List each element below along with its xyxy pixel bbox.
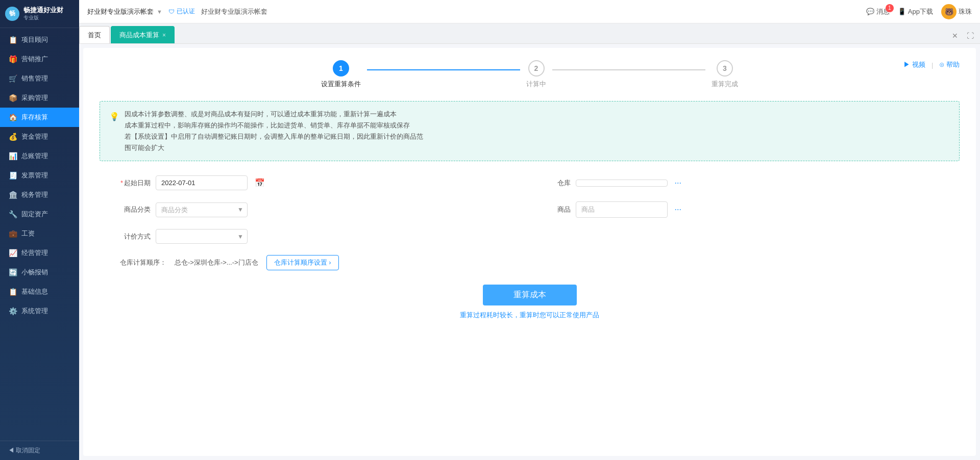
project-icon: 📋 xyxy=(8,35,17,44)
sidebar-app-name: 畅捷通好业财 xyxy=(23,6,63,14)
product-picker-button[interactable]: ··· xyxy=(673,203,683,216)
tab-cost-recalc-label: 商品成本重算 xyxy=(119,31,159,40)
tab-close-icon[interactable]: × xyxy=(162,32,166,39)
step-1: 1 设置重算条件 xyxy=(321,60,361,89)
sidebar-edition: 专业版 xyxy=(23,14,63,21)
step-1-circle: 1 xyxy=(333,60,349,76)
required-mark: * xyxy=(120,179,123,187)
accounting-icon: 📊 xyxy=(8,151,17,161)
help-link[interactable]: ⊙ 帮助 xyxy=(939,60,960,69)
step-1-label: 设置重算条件 xyxy=(321,80,361,89)
sidebar-item-accounting[interactable]: 📊 总账管理 xyxy=(0,146,79,166)
info-text: 因成本计算参数调整、或是对商品成本有疑问时，可以通过成本重算功能，重新计算一遍成… xyxy=(125,109,423,154)
sidebar-item-basic[interactable]: 📋 基础信息 xyxy=(0,282,79,301)
info-icon: 💡 xyxy=(109,110,119,154)
calendar-icon[interactable]: 📅 xyxy=(255,178,265,188)
sidebar-item-management[interactable]: 📈 经营管理 xyxy=(0,243,79,263)
verified-label: 已认证 xyxy=(177,7,195,16)
sidebar-item-label-expense: 小畅报销 xyxy=(21,268,48,277)
submit-area: 重算成本 重算过程耗时较长，重算时您可以正常使用产品 xyxy=(100,285,960,320)
tax-icon: 🏛️ xyxy=(8,190,17,199)
form-row-1: *起始日期 📅 仓库 ··· xyxy=(120,175,939,190)
user-name: 珠珠 xyxy=(959,7,972,16)
step-3-circle: 3 xyxy=(717,60,733,76)
account-selector[interactable]: 好业财专业版演示帐套 ▼ xyxy=(87,7,162,16)
tab-cost-recalc[interactable]: 商品成本重算 × xyxy=(111,26,175,43)
product-input: 商品 xyxy=(576,201,668,218)
sidebar-item-project[interactable]: 📋 项目顾问 xyxy=(0,30,79,49)
stepper: 1 设置重算条件 2 计算中 3 重算完成 ▶ 视频 | ⊙ 帮助 xyxy=(100,60,960,89)
sidebar-item-inventory[interactable]: 🏠 库存核算 xyxy=(0,108,79,127)
step-2-circle: 2 xyxy=(528,60,545,76)
sidebar-item-label-purchase: 采购管理 xyxy=(21,93,48,103)
sidebar-item-system[interactable]: ⚙️ 系统管理 xyxy=(0,301,79,321)
verified-badge: 🛡 已认证 xyxy=(168,7,195,16)
start-date-field: *起始日期 📅 xyxy=(120,175,520,190)
sidebar-item-sales[interactable]: 🛒 销售管理 xyxy=(0,69,79,88)
sidebar-item-tax[interactable]: 🏛️ 税务管理 xyxy=(0,185,79,205)
sidebar-item-expense[interactable]: 🔄 小畅报销 xyxy=(0,263,79,282)
sidebar-logo: 畅 xyxy=(5,7,19,21)
sidebar-item-label-system: 系统管理 xyxy=(21,306,48,316)
close-window-button[interactable]: ✕ xyxy=(949,30,961,41)
avatar: 🐻 xyxy=(941,4,957,19)
sidebar-item-purchase[interactable]: 📦 采购管理 xyxy=(0,88,79,108)
category-select[interactable]: 商品分类 xyxy=(156,202,248,217)
topbar-actions: 💬 消息 1 📱 App下载 🐻 珠珠 xyxy=(866,4,972,19)
inventory-icon: 🏠 xyxy=(8,113,17,122)
warehouse-order-settings-button[interactable]: 仓库计算顺序设置 › xyxy=(266,255,339,270)
video-link[interactable]: ▶ 视频 xyxy=(903,60,925,69)
sidebar-item-label-salary: 工资 xyxy=(21,229,35,238)
shield-icon: 🛡 xyxy=(168,8,175,15)
warehouse-order-label: 仓库计算顺序： xyxy=(120,258,166,267)
sidebar-item-label-inventory: 库存核算 xyxy=(21,113,48,122)
category-label: 商品分类 xyxy=(120,205,151,214)
message-button[interactable]: 💬 消息 1 xyxy=(866,7,890,16)
marketing-icon: 🎁 xyxy=(8,55,17,64)
sidebar-item-invoice[interactable]: 🧾 发票管理 xyxy=(0,166,79,185)
sidebar-item-label-basic: 基础信息 xyxy=(21,287,48,296)
account-display-name: 好业财专业版演示帐套 xyxy=(201,7,267,16)
pricing-select[interactable] xyxy=(156,229,248,244)
purchase-icon: 📦 xyxy=(8,93,17,103)
message-badge: 1 xyxy=(886,4,894,12)
salary-icon: 💼 xyxy=(8,229,17,238)
sales-icon: 🛒 xyxy=(8,74,17,83)
basic-icon: 📋 xyxy=(8,287,17,296)
recalc-hint: 重算过程耗时较长，重算时您可以正常使用产品 xyxy=(460,311,599,320)
sidebar-item-salary[interactable]: 💼 工资 xyxy=(0,224,79,243)
step-2: 2 计算中 xyxy=(526,60,546,89)
info-box: 💡 因成本计算参数调整、或是对商品成本有疑问时，可以通过成本重算功能，重新计算一… xyxy=(100,101,960,161)
sidebar: 畅 畅捷通好业财 专业版 📋 项目顾问 🎁 营销推广 🛒 销售管理 📦 采购管理… xyxy=(0,0,79,460)
user-menu[interactable]: 🐻 珠珠 xyxy=(941,4,972,19)
app-download-label: App下载 xyxy=(908,7,933,16)
step-3-label: 重算完成 xyxy=(712,80,738,89)
app-download-button[interactable]: 📱 App下载 xyxy=(898,7,933,16)
invoice-icon: 🧾 xyxy=(8,171,17,180)
sidebar-item-label-tax: 税务管理 xyxy=(21,190,48,199)
step-line-1 xyxy=(367,69,520,70)
product-label: 商品 xyxy=(540,205,571,214)
warehouse-input xyxy=(576,180,668,187)
tab-home[interactable]: 首页 xyxy=(79,26,110,43)
start-date-input[interactable] xyxy=(156,175,248,190)
sidebar-item-label-marketing: 营销推广 xyxy=(21,55,48,64)
sidebar-item-fixed[interactable]: 🔧 固定资产 xyxy=(0,205,79,224)
sidebar-item-label-fixed: 固定资产 xyxy=(21,210,48,219)
product-field: 商品 商品 ··· xyxy=(540,201,940,218)
finance-icon: 💰 xyxy=(8,132,17,141)
recalc-button[interactable]: 重算成本 xyxy=(483,285,577,305)
warehouse-picker-button[interactable]: ··· xyxy=(673,176,683,190)
category-field: 商品分类 商品分类 ▼ xyxy=(120,202,520,217)
management-icon: 📈 xyxy=(8,248,17,258)
warehouse-field: 仓库 ··· xyxy=(540,176,940,190)
sidebar-item-label-invoice: 发票管理 xyxy=(21,171,48,180)
sidebar-item-marketing[interactable]: 🎁 营销推广 xyxy=(0,49,79,69)
stepper-help: ▶ 视频 | ⊙ 帮助 xyxy=(903,60,960,69)
sidebar-unpin[interactable]: ◀ 取消固定 xyxy=(0,441,79,460)
pricing-select-wrapper: ▼ xyxy=(156,229,248,244)
sidebar-item-finance[interactable]: 💰 资金管理 xyxy=(0,127,79,146)
step-line-2 xyxy=(552,69,705,70)
sidebar-nav: 📋 项目顾问 🎁 营销推广 🛒 销售管理 📦 采购管理 🏠 库存核算 💰 资金管… xyxy=(0,28,79,441)
expand-window-button[interactable]: ⛶ xyxy=(965,30,976,41)
